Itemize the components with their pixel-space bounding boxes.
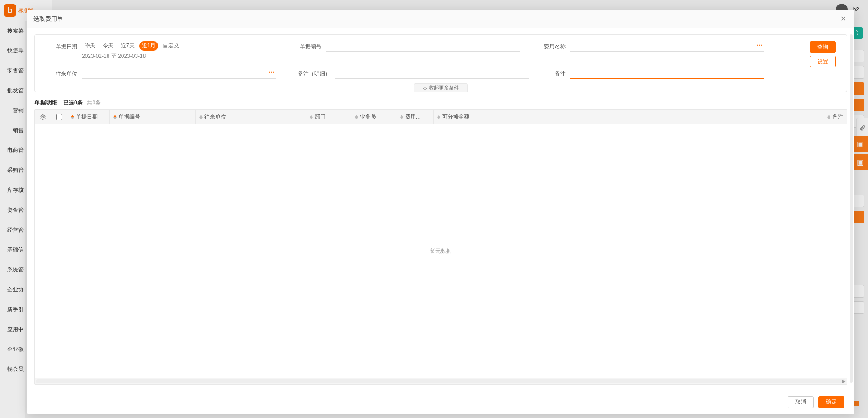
modal-header: 选取费用单 ✕: [27, 10, 854, 28]
col-code[interactable]: 单据编号: [110, 110, 196, 124]
col-fee[interactable]: 费用...: [396, 110, 434, 124]
svg-marker-4: [113, 117, 117, 119]
col-unit-label: 往来单位: [204, 113, 226, 121]
settings-button[interactable]: 设置: [810, 56, 836, 67]
detail-count: 已选0条 | 共0条: [63, 99, 101, 107]
svg-marker-2: [71, 117, 74, 119]
fee-name-input[interactable]: [570, 41, 764, 52]
col-dept[interactable]: 部门: [306, 110, 351, 124]
sort-icon[interactable]: [71, 115, 74, 119]
empty-text: 暂无数据: [430, 247, 452, 255]
col-amt-label: 可分摊金额: [442, 113, 469, 121]
date-quick-option[interactable]: 今天: [100, 41, 116, 51]
select-all-checkbox[interactable]: [51, 110, 67, 124]
sort-icon[interactable]: [827, 115, 830, 119]
col-code-label: 单据编号: [118, 113, 140, 121]
table: 单据日期 单据编号 往来单位 部门 业务员: [34, 109, 847, 385]
ok-button[interactable]: 确定: [818, 396, 844, 408]
filter-name-label: 费用名称: [534, 41, 566, 51]
memo-input[interactable]: [570, 68, 764, 79]
svg-marker-12: [400, 117, 403, 119]
table-header: 单据日期 单据编号 往来单位 部门 业务员: [35, 110, 847, 124]
date-quick-option[interactable]: 自定义: [160, 41, 182, 51]
query-button[interactable]: 查询: [810, 41, 836, 53]
svg-marker-16: [827, 117, 830, 119]
table-settings-icon[interactable]: [35, 110, 51, 124]
col-fee-label: 费用...: [405, 113, 420, 121]
date-quick-options: 昨天今天近7天近1月自定义: [82, 41, 290, 51]
filter-panel: 单据日期 昨天今天近7天近1月自定义 2023-02-18 至 2023-03-…: [34, 34, 847, 92]
collapse-label: 收起更多条件: [429, 85, 459, 91]
table-body: 暂无数据: [35, 124, 847, 378]
sort-icon[interactable]: [437, 115, 440, 119]
close-icon[interactable]: ✕: [838, 14, 848, 24]
col-remark[interactable]: 备注: [476, 110, 847, 124]
col-biz[interactable]: 业务员: [351, 110, 396, 124]
modal-footer: 取消 确定: [27, 389, 854, 414]
cancel-button[interactable]: 取消: [788, 396, 814, 408]
svg-point-0: [42, 116, 44, 118]
date-quick-option[interactable]: 近7天: [118, 41, 137, 51]
detail-bar: 单据明细 已选0条 | 共0条: [34, 99, 847, 107]
unit-input[interactable]: [82, 68, 276, 79]
date-quick-option[interactable]: 近1月: [139, 41, 159, 51]
chevron-up-double-icon: [423, 86, 427, 90]
detail-title: 单据明细: [34, 99, 58, 107]
code-input[interactable]: [326, 41, 520, 52]
collapse-filters-button[interactable]: 收起更多条件: [414, 83, 468, 92]
filter-memo-label: 备注: [534, 68, 566, 78]
scroll-right-icon[interactable]: ▶: [841, 379, 846, 384]
date-quick-option[interactable]: 昨天: [82, 41, 98, 51]
scroll-track[interactable]: [36, 379, 846, 383]
svg-marker-14: [437, 117, 440, 119]
date-range-text: 2023-02-18 至 2023-03-18: [82, 52, 290, 60]
filter-date-label: 单据日期: [46, 41, 77, 51]
sort-icon[interactable]: [355, 115, 358, 119]
memo-detail-input[interactable]: [335, 68, 529, 79]
col-amt[interactable]: 可分摊金额: [434, 110, 476, 124]
modal-body: 单据日期 昨天今天近7天近1月自定义 2023-02-18 至 2023-03-…: [27, 28, 854, 389]
select-expense-modal: 选取费用单 ✕ 单据日期 昨天今天近7天近1月自定义 2023-02-18 至 …: [27, 10, 854, 414]
filter-code-label: 单据编号: [290, 41, 321, 51]
select-all-input[interactable]: [56, 114, 62, 120]
col-date-label: 单据日期: [76, 113, 98, 121]
svg-marker-6: [199, 117, 203, 119]
col-biz-label: 业务员: [360, 113, 376, 121]
sort-icon[interactable]: [310, 115, 313, 119]
sort-icon[interactable]: [400, 115, 403, 119]
filter-memo-detail-label: 备注（明细）: [290, 68, 330, 78]
svg-marker-10: [355, 117, 358, 119]
col-date[interactable]: 单据日期: [67, 110, 110, 124]
col-dept-label: 部门: [315, 113, 326, 121]
filter-unit-label: 往来单位: [46, 68, 77, 78]
modal-scrollbar[interactable]: [850, 34, 853, 383]
svg-marker-8: [310, 117, 313, 119]
sort-icon[interactable]: [199, 115, 203, 119]
modal-title: 选取费用单: [33, 15, 63, 23]
horizontal-scrollbar[interactable]: ◀ ▶: [35, 378, 847, 384]
col-remark-label: 备注: [832, 113, 843, 121]
sort-icon[interactable]: [113, 115, 117, 119]
filter-actions: 查询 设置: [810, 41, 836, 67]
more-icon[interactable]: ⋯: [755, 41, 764, 49]
more-icon[interactable]: ⋯: [267, 68, 276, 76]
col-unit[interactable]: 往来单位: [196, 110, 306, 124]
